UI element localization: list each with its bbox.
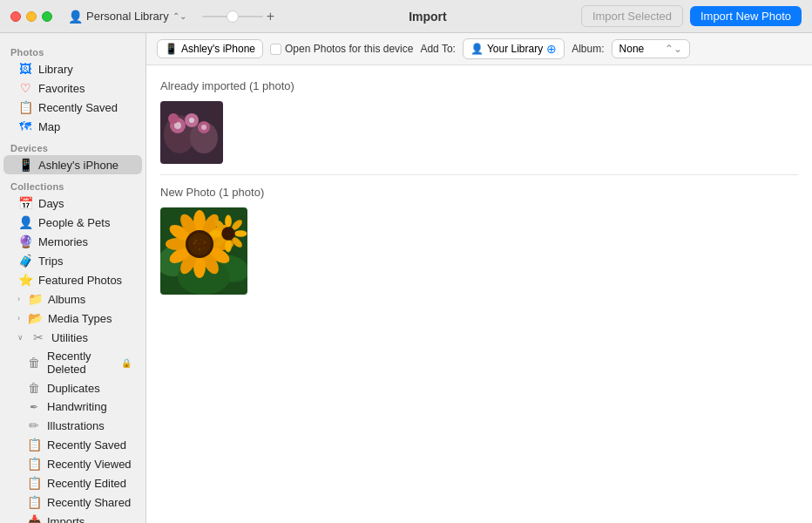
sidebar-item-recently-shared-label: Recently Shared <box>47 496 131 509</box>
open-photos-checkbox[interactable] <box>270 44 281 55</box>
sidebar: Photos 🖼 Library ♡ Favorites 📋 Recently … <box>0 33 146 523</box>
device-tab-label: Ashley's iPhone <box>181 43 255 55</box>
already-imported-photo[interactable] <box>160 101 223 164</box>
sidebar-section-devices: Devices <box>0 136 145 155</box>
sidebar-item-albums-label: Albums <box>48 293 85 306</box>
device-tab[interactable]: 📱 Ashley's iPhone <box>157 39 263 58</box>
open-photos-button[interactable]: Open Photos for this device <box>270 43 413 55</box>
svg-point-33 <box>199 248 201 251</box>
svg-point-36 <box>199 243 201 246</box>
maximize-button[interactable] <box>42 11 52 22</box>
utilities-icon: ✂ <box>30 330 46 344</box>
sidebar-item-media-types[interactable]: › 📂 Media Types <box>3 309 142 328</box>
sidebar-item-map-label: Map <box>38 120 60 133</box>
sidebar-item-illustrations[interactable]: ✏ Illustrations <box>3 416 142 435</box>
zoom-thumb[interactable] <box>227 10 239 23</box>
featured-photos-icon: ⭐ <box>17 273 33 287</box>
svg-point-31 <box>204 241 206 244</box>
sidebar-item-favorites-label: Favorites <box>38 82 85 95</box>
sidebar-item-featured-photos[interactable]: ⭐ Featured Photos <box>3 270 142 289</box>
sidebar-item-recently-deleted[interactable]: 🗑 Recently Deleted 🔒 <box>3 347 142 378</box>
sidebar-item-recently-saved-util[interactable]: 📋 Recently Saved <box>3 435 142 454</box>
album-dropdown[interactable]: None ⌃⌄ <box>612 39 690 58</box>
sidebar-item-media-types-label: Media Types <box>48 312 112 325</box>
already-imported-title: Already imported (1 photo) <box>160 79 798 92</box>
sidebar-item-recently-viewed[interactable]: 📋 Recently Viewed <box>3 454 142 473</box>
sidebar-item-iphone-label: Ashley's iPhone <box>38 159 118 172</box>
import-toolbar: 📱 Ashley's iPhone Open Photos for this d… <box>146 33 812 65</box>
new-photo-title: New Photo (1 photo) <box>160 186 798 199</box>
photo-area: Already imported (1 photo) <box>146 65 812 523</box>
person-icon: 👤 <box>68 10 83 24</box>
favorites-icon: ♡ <box>17 81 33 95</box>
sidebar-item-days[interactable]: 📅 Days <box>3 194 142 213</box>
media-types-chevron-icon: › <box>17 314 20 323</box>
sidebar-item-imports-label: Imports <box>47 515 85 524</box>
sidebar-item-duplicates[interactable]: 🗑 Duplicates <box>3 378 142 397</box>
album-dropdown-value: None <box>619 43 645 55</box>
sidebar-item-map[interactable]: 🗺 Map <box>3 117 142 136</box>
svg-point-45 <box>221 227 234 240</box>
personal-library-button[interactable]: 👤 Personal Library ⌃⌄ <box>63 8 192 25</box>
map-icon: 🗺 <box>17 119 33 133</box>
open-photos-label: Open Photos for this device <box>285 43 413 55</box>
zoom-slider[interactable] <box>202 16 263 17</box>
sidebar-item-handwriting[interactable]: ✒ Handwriting <box>3 397 142 416</box>
imports-icon: 📥 <box>26 514 42 523</box>
library-icon: 🖼 <box>17 62 33 76</box>
sidebar-item-utilities-label: Utilities <box>51 331 88 344</box>
new-photo[interactable] <box>160 207 247 295</box>
import-selected-button[interactable]: Import Selected <box>581 5 683 27</box>
new-photo-svg <box>160 207 247 295</box>
titlebar: 👤 Personal Library ⌃⌄ + Import Import Se… <box>0 0 812 33</box>
svg-point-37 <box>225 215 232 228</box>
recently-edited-icon: 📋 <box>26 476 42 490</box>
chevron-updown-icon: ⌃⌄ <box>173 11 186 21</box>
library-person-icon: 👤 <box>470 43 484 55</box>
zoom-plus-icon[interactable]: + <box>267 10 274 24</box>
close-button[interactable] <box>10 11 21 22</box>
sidebar-item-people-pets[interactable]: 👤 People & Pets <box>3 213 142 232</box>
minimize-button[interactable] <box>26 11 37 22</box>
utilities-chevron-icon: ∨ <box>17 333 24 342</box>
sidebar-item-utilities[interactable]: ∨ ✂ Utilities <box>3 328 142 347</box>
sidebar-item-trips[interactable]: 🧳 Trips <box>3 251 142 270</box>
sidebar-item-recently-saved-label: Recently Saved <box>38 101 118 114</box>
svg-rect-10 <box>160 101 223 164</box>
iphone-icon: 📱 <box>17 158 33 172</box>
svg-point-35 <box>193 242 196 245</box>
sidebar-item-recently-saved[interactable]: 📋 Recently Saved <box>3 98 142 117</box>
sidebar-item-recently-deleted-label: Recently Deleted <box>47 350 116 376</box>
main-container: Photos 🖼 Library ♡ Favorites 📋 Recently … <box>0 33 812 523</box>
sidebar-item-library[interactable]: 🖼 Library <box>3 59 142 78</box>
library-dropdown[interactable]: 👤 Your Library ⊕ <box>463 38 565 59</box>
sidebar-item-duplicates-label: Duplicates <box>47 382 100 395</box>
sidebar-item-featured-label: Featured Photos <box>38 274 122 287</box>
content-area: 📱 Ashley's iPhone Open Photos for this d… <box>146 33 812 523</box>
library-dropdown-arrow-icon: ⊕ <box>546 42 557 56</box>
sidebar-item-recently-edited-label: Recently Edited <box>47 477 126 490</box>
duplicates-icon: 🗑 <box>26 381 42 395</box>
sidebar-item-library-label: Library <box>38 63 73 76</box>
sidebar-item-iphone[interactable]: 📱 Ashley's iPhone <box>3 155 142 174</box>
sidebar-item-imports[interactable]: 📥 Imports <box>3 512 142 523</box>
sidebar-item-recently-edited[interactable]: 📋 Recently Edited <box>3 473 142 492</box>
album-label: Album: <box>572 43 604 55</box>
sidebar-section-photos: Photos <box>0 40 145 59</box>
sidebar-item-recently-shared[interactable]: 📋 Recently Shared <box>3 492 142 512</box>
svg-point-39 <box>234 230 247 237</box>
sidebar-item-favorites[interactable]: ♡ Favorites <box>3 78 142 98</box>
recently-saved-util-icon: 📋 <box>26 438 42 452</box>
sidebar-item-albums[interactable]: › 📁 Albums <box>3 289 142 309</box>
recently-viewed-icon: 📋 <box>26 457 42 471</box>
people-pets-icon: 👤 <box>17 215 33 229</box>
recently-saved-icon: 📋 <box>17 100 33 114</box>
sidebar-item-memories-label: Memories <box>38 235 88 248</box>
library-dropdown-label: Your Library <box>487 43 543 55</box>
zoom-controls: + <box>202 10 274 24</box>
sidebar-item-memories[interactable]: 🔮 Memories <box>3 232 142 251</box>
sidebar-item-illustrations-label: Illustrations <box>47 419 105 432</box>
import-new-button[interactable]: Import New Photo <box>690 6 802 26</box>
albums-chevron-icon: › <box>17 295 20 303</box>
lock-icon: 🔒 <box>121 358 132 368</box>
